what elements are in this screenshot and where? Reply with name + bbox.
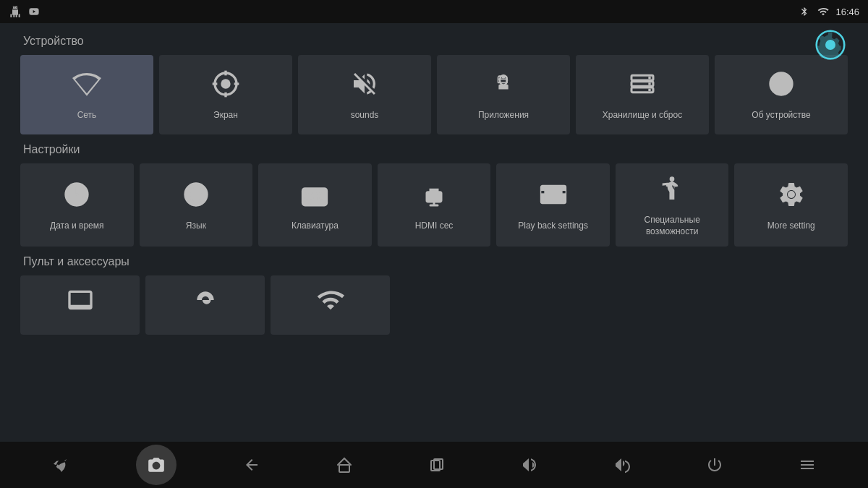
- tile-remote2[interactable]: [145, 275, 265, 335]
- tile-sounds-label: sounds: [351, 110, 379, 121]
- svg-point-2: [221, 80, 230, 89]
- nav-power-btn[interactable]: [697, 448, 732, 482]
- svg-rect-36: [315, 192, 317, 194]
- remotes-tiles-row: [20, 275, 848, 335]
- svg-point-56: [788, 191, 795, 198]
- svg-rect-57: [339, 465, 349, 472]
- tile-network[interactable]: Сеть: [20, 55, 153, 134]
- svg-rect-43: [427, 192, 441, 201]
- accessibility-tile-icon: [658, 174, 686, 207]
- moresetting-tile-icon: [777, 180, 806, 213]
- tile-accessibility[interactable]: Специальные возможности: [616, 163, 729, 247]
- android-icon: [9, 5, 22, 18]
- bluetooth-icon: [798, 5, 811, 18]
- section-label-settings: Настройки: [23, 143, 848, 156]
- language-tile-icon: [182, 180, 210, 213]
- tile-language[interactable]: Язык: [140, 163, 253, 247]
- tile-playback-label: Play back settings: [518, 221, 588, 232]
- status-bar: 16:46: [0, 0, 868, 23]
- tile-datetime-label: Дата и время: [50, 221, 103, 232]
- nav-bar: [0, 442, 868, 488]
- tile-keyboard-label: Клавиатура: [292, 221, 339, 232]
- svg-rect-40: [315, 197, 317, 199]
- nav-recents-btn[interactable]: [420, 448, 454, 482]
- svg-rect-37: [320, 192, 322, 194]
- tile-accessibility-label: Специальные возможности: [621, 215, 723, 237]
- nav-volup-btn[interactable]: [605, 448, 639, 482]
- main-content: Устройство Сеть Э: [0, 23, 868, 442]
- wifi-tile-icon: [72, 69, 101, 103]
- device-tiles-row: Сеть Экран soun: [20, 55, 848, 134]
- tile-sounds[interactable]: sounds: [298, 55, 431, 134]
- tile-hdmi-label: HDMI cec: [415, 221, 454, 232]
- tile-playback[interactable]: Play back settings: [496, 163, 610, 247]
- remote2-tile-icon: [191, 286, 220, 319]
- storage-tile-icon: [628, 69, 657, 103]
- remote3-tile-icon: [316, 286, 345, 319]
- settings-tiles-row: Дата и время Язык: [20, 163, 848, 247]
- display-tile-icon: [211, 69, 240, 103]
- sounds-tile-icon: [350, 69, 379, 103]
- tile-hdmi[interactable]: HDMI cec: [378, 163, 491, 247]
- settings-fab[interactable]: [813, 27, 848, 62]
- tile-about[interactable]: i Об устройстве: [715, 55, 848, 134]
- tile-moresetting-label: More setting: [767, 221, 815, 232]
- nav-screenshot-btn[interactable]: [136, 445, 176, 485]
- svg-rect-41: [320, 197, 322, 199]
- svg-rect-35: [310, 192, 312, 194]
- tile-remote1[interactable]: [20, 275, 140, 335]
- tile-storage-label: Хранилище и сброс: [603, 110, 682, 121]
- svg-point-21: [191, 184, 200, 205]
- tile-network-label: Сеть: [77, 110, 97, 121]
- tile-display-label: Экран: [213, 110, 238, 121]
- status-bar-left: [9, 5, 41, 18]
- keyboard-tile-icon: [300, 180, 329, 213]
- datetime-tile-icon: [62, 180, 91, 213]
- about-tile-icon: i: [767, 69, 796, 103]
- tile-apps[interactable]: Приложения: [437, 55, 570, 134]
- apps-tile-icon: [489, 69, 518, 103]
- tile-language-label: Язык: [186, 221, 206, 232]
- svg-rect-39: [310, 197, 312, 199]
- tile-storage[interactable]: Хранилище и сброс: [576, 55, 709, 134]
- tile-remote3[interactable]: [271, 275, 390, 335]
- time-display: 16:46: [835, 7, 859, 17]
- nav-voldown-btn[interactable]: [512, 448, 547, 482]
- svg-point-55: [670, 176, 675, 181]
- tile-display[interactable]: Экран: [159, 55, 292, 134]
- tile-moresetting[interactable]: More setting: [734, 163, 848, 247]
- youtube-icon: [27, 5, 41, 18]
- tile-keyboard[interactable]: Клавиатура: [258, 163, 372, 247]
- hdmi-tile-icon: [420, 180, 448, 213]
- svg-rect-42: [309, 202, 321, 204]
- nav-back-btn[interactable]: [234, 448, 269, 482]
- section-label-device: Устройство: [23, 35, 848, 48]
- nav-rocket-btn[interactable]: [43, 448, 78, 482]
- nav-home-btn[interactable]: [327, 448, 362, 482]
- svg-rect-34: [305, 192, 307, 194]
- wifi-status-icon: [817, 5, 830, 18]
- tile-about-label: Об устройстве: [752, 110, 810, 121]
- nav-menu-btn[interactable]: [790, 448, 825, 482]
- playback-tile-icon: [539, 180, 568, 213]
- svg-rect-38: [305, 197, 307, 199]
- svg-point-8: [502, 75, 506, 79]
- status-bar-right: 16:46: [798, 5, 859, 18]
- tile-apps-label: Приложения: [478, 110, 529, 121]
- tile-datetime[interactable]: Дата и время: [20, 163, 134, 247]
- remote1-tile-icon: [66, 286, 95, 319]
- section-label-remotes: Пульт и аксессуары: [23, 255, 848, 268]
- svg-text:i: i: [780, 77, 783, 93]
